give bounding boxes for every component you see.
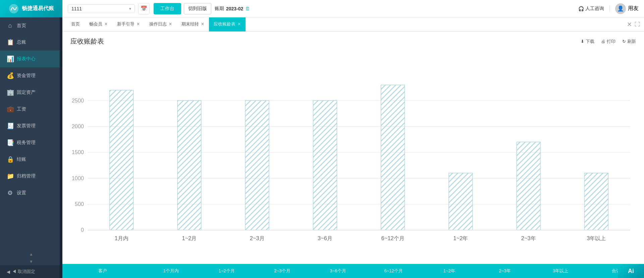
tab-guide[interactable]: 新手引导✕ xyxy=(112,17,145,31)
report-title: 应收账龄表 xyxy=(70,37,104,46)
svg-text:2500: 2500 xyxy=(72,97,84,103)
table-header-cell: 3年以上 xyxy=(533,268,588,274)
sidebar-item-ledger[interactable]: 📋 总账 xyxy=(0,34,62,51)
logo-icon xyxy=(8,3,19,14)
logo-text: 畅捷通易代账 xyxy=(22,5,54,12)
bar-3~6月 xyxy=(313,100,337,230)
sidebar-icon-funds: 💰 xyxy=(7,72,13,79)
tab-label-guide: 新手引导 xyxy=(117,21,135,27)
sidebar: ⌂ 首页 📋 总账 📊 报表中心 💰 资金管理 🏢 固定资产 💼 工资 🧾 发票… xyxy=(0,17,62,278)
tab-close-period_close[interactable]: ✕ xyxy=(201,22,204,26)
sidebar-scroll-down[interactable]: ▼ xyxy=(0,258,62,265)
sidebar-label-invoice: 发票管理 xyxy=(17,123,36,129)
bar-2~3年 xyxy=(517,142,540,230)
svg-text:0: 0 xyxy=(81,227,84,233)
table-header-cell: 2~3个月 xyxy=(255,268,310,274)
period-value: 2023-02 xyxy=(226,6,243,11)
table-header-cell: 3~6个月 xyxy=(310,268,366,274)
sidebar-collapse-button[interactable]: ◀ ◀ 取消固定 xyxy=(0,265,62,278)
page-content: 应收账龄表 ⬇ 下载 🖨 打印 ↻ 刷新 xyxy=(62,31,644,278)
headset-icon: 🎧 xyxy=(578,6,584,11)
sidebar-icon-reports: 📊 xyxy=(7,55,13,63)
bar-3年以上 xyxy=(585,173,608,230)
tab-oplog[interactable]: 操作日志✕ xyxy=(145,17,177,31)
svg-text:2~3年: 2~3年 xyxy=(521,235,536,241)
calendar-button[interactable]: 📅 xyxy=(138,3,150,14)
sidebar-item-settings[interactable]: ⚙ 设置 xyxy=(0,185,62,201)
sidebar-item-archive[interactable]: 📁 归档管理 xyxy=(0,168,62,185)
sidebar-icon-ledger: 📋 xyxy=(7,39,13,46)
company-selector[interactable]: 1111 ▾ xyxy=(68,4,135,13)
sidebar-item-assets[interactable]: 🏢 固定资产 xyxy=(0,84,62,101)
sidebar-icon-home: ⌂ xyxy=(7,22,13,29)
svg-text:2~3月: 2~3月 xyxy=(250,235,265,241)
tab-home[interactable]: 首页 xyxy=(66,17,85,31)
sidebar-item-funds[interactable]: 💰 资金管理 xyxy=(0,67,62,84)
bar-1月内 xyxy=(110,90,133,230)
print-icon: 🖨 xyxy=(601,39,605,44)
collapse-label: ◀ 取消固定 xyxy=(12,269,35,275)
download-button[interactable]: ⬇ 下载 xyxy=(581,39,594,45)
table-header-cell: 1个月内 xyxy=(143,268,199,274)
sidebar-label-funds: 资金管理 xyxy=(17,73,36,79)
sidebar-item-salary[interactable]: 💼 工资 xyxy=(0,101,62,118)
table-header-cell: 6~12个月 xyxy=(366,268,421,274)
user-area[interactable]: 👤 用友 xyxy=(615,3,639,14)
header-divider xyxy=(609,5,610,12)
avatar-icon: 👤 xyxy=(617,5,624,12)
workbench-button[interactable]: 工作台 xyxy=(154,3,181,14)
sidebar-item-tax[interactable]: 📑 税务管理 xyxy=(0,134,62,151)
ai-badge[interactable]: Ai xyxy=(618,264,644,278)
refresh-button[interactable]: ↻ 刷新 xyxy=(622,39,636,45)
tab-close-guide[interactable]: ✕ xyxy=(137,22,140,26)
svg-text:1000: 1000 xyxy=(72,175,84,181)
sidebar-item-invoice[interactable]: 🧾 发票管理 xyxy=(0,118,62,134)
report-header: 应收账龄表 ⬇ 下载 🖨 打印 ↻ 刷新 xyxy=(62,31,644,50)
sidebar-item-reports[interactable]: 📊 报表中心 xyxy=(0,51,62,67)
bar-1~2月 xyxy=(177,100,201,230)
svg-text:1~2年: 1~2年 xyxy=(453,235,468,241)
sidebar-icon-tax: 📑 xyxy=(7,139,13,146)
svg-text:1月内: 1月内 xyxy=(115,235,128,241)
table-header-cell: 1~2年 xyxy=(421,268,477,274)
switch-version-button[interactable]: 切到旧版 xyxy=(184,3,211,14)
logo: 畅捷通易代账 xyxy=(0,0,62,17)
user-name: 用友 xyxy=(628,5,639,12)
tab-close-oplog[interactable]: ✕ xyxy=(169,22,172,26)
avatar: 👤 xyxy=(615,3,626,14)
top-header: 畅捷通易代账 1111 ▾ 📅 工作台 切到旧版 账期 2023-02 🗓 🎧 … xyxy=(0,0,644,17)
refresh-label: 刷新 xyxy=(627,39,636,45)
period-calendar-icon[interactable]: 🗓 xyxy=(245,6,250,11)
print-button[interactable]: 🖨 打印 xyxy=(601,39,615,45)
period-area: 账期 2023-02 🗓 xyxy=(215,6,250,12)
sidebar-label-assets: 固定资产 xyxy=(17,89,36,95)
tab-member[interactable]: 畅会员✕ xyxy=(85,17,112,31)
tab-label-member: 畅会员 xyxy=(89,21,102,27)
svg-text:500: 500 xyxy=(75,201,84,207)
sidebar-label-ledger: 总账 xyxy=(17,39,26,45)
sidebar-scroll-up[interactable]: ▲ xyxy=(0,251,62,258)
table-header: 客户1个月内1~2个月2~3个月3~6个月6~12个月1~2年2~3年3年以上合… xyxy=(62,264,644,278)
sidebar-label-tax: 税务管理 xyxy=(17,140,36,146)
calendar-icon: 📅 xyxy=(141,5,147,12)
tab-period_close[interactable]: 期末结转✕ xyxy=(177,17,209,31)
close-all-tabs-button[interactable]: ✕ xyxy=(627,21,632,28)
tab-close-member[interactable]: ✕ xyxy=(104,22,108,26)
main-layout: ⌂ 首页 📋 总账 📊 报表中心 💰 资金管理 🏢 固定资产 💼 工资 🧾 发票… xyxy=(0,17,644,278)
svg-text:6~12个月: 6~12个月 xyxy=(381,235,405,241)
sidebar-label-salary: 工资 xyxy=(17,106,26,112)
tab-label-oplog: 操作日志 xyxy=(149,21,167,27)
bar-2~3月 xyxy=(245,100,269,230)
tab-bar-right: ✕ ⛶ xyxy=(627,21,640,28)
tab-close-ar_aging[interactable]: ✕ xyxy=(237,22,241,26)
tab-ar_aging[interactable]: 应收账龄表✕ xyxy=(209,17,246,31)
table-header-cell: 2~3年 xyxy=(477,268,533,274)
sidebar-item-close[interactable]: 🔒 结账 xyxy=(0,151,62,168)
consulting-button[interactable]: 🎧 人工咨询 xyxy=(578,6,604,12)
sidebar-label-close: 结账 xyxy=(17,156,26,162)
sidebar-item-home[interactable]: ⌂ 首页 xyxy=(0,17,62,34)
chevron-down-icon: ▾ xyxy=(129,6,131,11)
bar-6~12个月 xyxy=(381,85,405,230)
expand-button[interactable]: ⛶ xyxy=(635,21,640,27)
download-label: 下载 xyxy=(586,39,594,45)
